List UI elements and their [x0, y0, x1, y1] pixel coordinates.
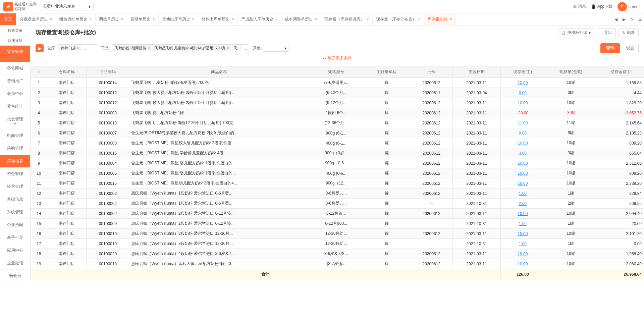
product-tag-1-close[interactable]: ✕ [147, 46, 150, 50]
tab-close-6[interactable]: ✕ [231, 17, 234, 21]
template-print-btn[interactable]: 🖨 按模板打印 ▾ [558, 28, 594, 37]
nav-prev-arrow[interactable]: ◀ [612, 13, 620, 25]
product-tag-3[interactable]: 飞... [232, 45, 242, 51]
table-row: 14 南岸门店 00100002 惠氏启赋（Wyeth illuma）2段奶粉 … [31, 209, 644, 219]
tab-close-11[interactable]: ✕ [449, 17, 452, 21]
nav-next-arrow[interactable]: ▶ [620, 13, 628, 25]
cell-code: 00100012 [87, 98, 129, 108]
table-row: 16 南岸门店 00100019 惠氏启赋（Wyeth illuma）3段奶粉 … [31, 229, 644, 239]
tab-1[interactable]: 分量盘点单历史 ✕ [16, 13, 56, 25]
cell-no: 3 [31, 98, 47, 108]
app-download-btn[interactable]: 📱 App下载 [591, 4, 612, 9]
product-tag-container[interactable]: 飞鹤奶粉3段两提装 ✕ 飞鹤星飞帆 儿童奶粉 4段(3-6岁适用) 700克 ✕… [111, 44, 249, 52]
sidebar-item-enterprise[interactable]: 企业协同 [0, 219, 30, 231]
sidebar-item-system[interactable]: 系统管理 [0, 206, 30, 219]
tab-3[interactable]: 调拨单历史 ✕ [96, 13, 127, 25]
product-tag-2-close[interactable]: ✕ [226, 46, 229, 50]
product-tag-2[interactable]: 飞鹤星飞帆 儿童奶粉 4段(3-6岁适用) 700克 ✕ [153, 45, 231, 51]
cell-batch: 20200612 [410, 189, 453, 199]
tab-close-5[interactable]: ✕ [192, 17, 195, 21]
sidebar-item-retail-management[interactable]: 零售管理 ▼ [0, 46, 30, 62]
cell-no: 1 [31, 78, 47, 88]
settings-btn[interactable]: 设置 [622, 43, 639, 53]
expand-more-btn[interactable]: ▾▾ 展开更多条件 [320, 55, 355, 62]
user-area[interactable]: E demo2 [618, 2, 641, 11]
cell-no: 4 [31, 108, 47, 118]
sidebar-item-ecommerce[interactable]: 电商管理 [0, 129, 30, 142]
query-btn[interactable]: 查询 [600, 43, 620, 53]
cell-name: 飞鹤星飞帆 幼儿配方奶粉 3段(12-36个月幼儿适用) 700克 [129, 118, 309, 128]
refresh-btn[interactable]: ↻ 刷新 [619, 28, 639, 37]
cell-qty-pack: 0罐 [545, 88, 597, 98]
warehouse-tag-nanpings[interactable]: 南岸门店 ✕ [59, 45, 81, 51]
tab-close-4[interactable]: ✕ [152, 17, 155, 21]
sidebar-item-operation[interactable]: 经营管理 [0, 180, 30, 193]
sidebar-item-app-center[interactable]: 应用中心 [0, 244, 30, 257]
tab-2[interactable]: 组装拆卸单历史 ✕ [56, 13, 96, 25]
cell-expire: 2021-03-11 [453, 229, 500, 239]
message-btn[interactable]: ✉ 消息 [573, 4, 586, 9]
tab-close-3[interactable]: ✕ [121, 17, 123, 21]
expand-arrow-2: ▼ [2, 122, 28, 126]
tab-6[interactable]: 材料出库单历史 ✕ [198, 13, 238, 25]
sidebar-item-marketing[interactable]: 营销推广 [0, 75, 30, 88]
quick-nav[interactable]: 快捷导航 [0, 36, 30, 46]
tab-5[interactable]: 其他出库单历史 ✕ [159, 13, 198, 25]
cell-qty-main: 10.00 [500, 229, 545, 239]
settings-icon[interactable]: ⚙ [37, 70, 41, 74]
sidebar-item-retail-mall[interactable]: 零售商城 [0, 62, 30, 75]
tab-close-9[interactable]: ✕ [366, 17, 369, 21]
col-warehouse: 仓库名称 [47, 66, 87, 78]
sidebar-item-purchase[interactable]: 采购管理 [0, 142, 30, 155]
sidebar-item-finance[interactable]: 资金管理 [0, 168, 30, 180]
nav-menu-arrow[interactable]: ☰ [636, 13, 644, 25]
product-more[interactable]: ... [244, 46, 247, 51]
tab-10[interactable]: 现存量（库存分布表） ✕ [373, 13, 424, 25]
tab-close-8[interactable]: ✕ [315, 17, 317, 21]
cell-warehouse: 南岸门店 [47, 158, 87, 168]
warehouse-tag-container[interactable]: 南岸门店 ✕ ... [57, 44, 97, 52]
cell-unit: 罐 [363, 148, 410, 158]
tab-9[interactable]: 现存量（库存状况表） ✕ [321, 13, 373, 25]
warehouse-more[interactable]: ... [83, 46, 86, 51]
cell-expire: 2021-03-11 [453, 78, 500, 88]
content-area: 现存量查询(按仓库+批次) 🖨 按模板打印 ▾ ↓ 导出 ↻ 刷新 [30, 25, 644, 322]
sidebar-item-base-info[interactable]: 基础信息 [0, 193, 30, 206]
warehouse-tag-close[interactable]: ✕ [77, 46, 79, 50]
sidebar-item-inventory[interactable]: 库存核算 [0, 155, 30, 168]
warehouse-selector[interactable]: 母婴行业演示库表 ▾ [40, 3, 94, 10]
export-btn[interactable]: ↓ 导出 [597, 28, 616, 37]
expand-icon: ▾▾ [322, 56, 326, 61]
tab-8[interactable]: 成本调整单历史 ✕ [281, 13, 321, 25]
tab-4[interactable]: 要货单历史 ✕ [127, 13, 159, 25]
table-row: 7 南岸门店 00100008 合生元（BIOSTIME）派星较大婴儿配方奶粉 … [31, 138, 644, 148]
col-settings[interactable]: ⚙ [31, 66, 47, 78]
cell-expire: 2021-03-11 [453, 249, 500, 259]
cell-qty-pack: 10罐 [545, 178, 597, 189]
cell-batch: 20200612 [410, 118, 453, 128]
search-menu[interactable]: 搜索菜单 [0, 25, 30, 36]
sidebar-item-wechat[interactable]: 企业微信 [0, 257, 30, 270]
sidebar-item-guide[interactable]: 新手引导 [0, 231, 30, 244]
tab-close-2[interactable]: ✕ [89, 17, 92, 21]
tab-close-10[interactable]: ✕ [418, 17, 421, 21]
tab-home[interactable]: 首页 [0, 13, 16, 25]
cell-warehouse: 南岸门店 [47, 199, 87, 209]
cell-spec: (6-12个月... [309, 88, 363, 98]
filter-toggle[interactable]: ▶ [36, 44, 44, 52]
sidebar-item-retail-stats[interactable]: 零售统计 [0, 100, 30, 113]
tab-7[interactable]: 产成品入库单历史 ✕ [238, 13, 281, 25]
cell-no: 5 [31, 118, 47, 128]
nav-close-arrow[interactable]: ✕ [628, 13, 636, 25]
tab-close-7[interactable]: ✕ [275, 17, 278, 21]
product-tag-1[interactable]: 飞鹤奶粉3段两提装 ✕ [113, 45, 152, 51]
sidebar-item-member[interactable]: 畅会员 [0, 270, 30, 282]
tab-close-1[interactable]: ✕ [50, 17, 52, 21]
sidebar-item-wholesale[interactable]: 批发管理 ▼ [0, 113, 30, 129]
color-selector[interactable]: ▾ [263, 45, 289, 52]
cell-batch: 20200612 [410, 108, 453, 118]
cell-amount: 1,958.40 [597, 249, 644, 259]
cell-expire: 2021-03-11 [453, 98, 500, 108]
sidebar-item-member-center[interactable]: 会员中心 [0, 88, 30, 100]
tab-11[interactable]: 库存批次账 ✕ [424, 13, 456, 25]
